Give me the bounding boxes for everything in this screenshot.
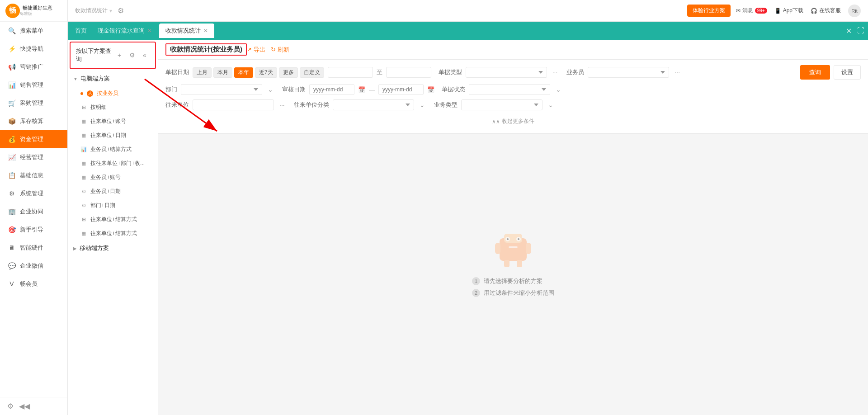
svg-rect-10 (517, 260, 522, 267)
date-to-input[interactable]: 2023-12-31 (386, 67, 431, 78)
sidebar-item-search[interactable]: 🔍 搜索菜单 (0, 22, 67, 40)
schema-item-supplier-account[interactable]: ▦ 往来单位+账号 (75, 114, 158, 128)
tab-cashflow[interactable]: 现金银行流水查询 ✕ (91, 24, 158, 38)
schema-item-supplier-settle2[interactable]: ▦ 往来单位+结算方式 (75, 226, 158, 241)
biz-type-select[interactable] (461, 99, 542, 110)
sidebar-item-finance[interactable]: 💰 资金管理 (0, 130, 67, 148)
sidebar-item-member[interactable]: V 畅会员 (0, 275, 67, 293)
basic-icon: 📋 (7, 171, 16, 180)
sidebar-label-wechat: 企业微信 (20, 262, 43, 270)
app-download-action[interactable]: 📱 App下载 (774, 7, 803, 14)
sidebar-item-system[interactable]: ⚙ 系统管理 (0, 184, 67, 203)
sidebar-item-operation[interactable]: 📈 经营管理 (0, 148, 67, 166)
filter-item-biz-type: 业务类型 ⌄ (434, 99, 555, 110)
schema-item-salesperson-settle[interactable]: 📊 业务员+结算方式 (75, 142, 158, 156)
counterpart-category-more-btn[interactable]: ⌄ (418, 101, 427, 108)
industry-solution-button[interactable]: 体验行业方案 (687, 5, 731, 17)
wechat-icon: 💬 (7, 261, 16, 270)
salesperson-more-btn[interactable]: ··· (673, 69, 682, 76)
tabbar: 首页 现金银行流水查询 ✕ 收款情况统计 ✕ ✕ ⛶ (68, 22, 868, 40)
sidebar-item-basic[interactable]: 📋 基础信息 (0, 166, 67, 184)
settings-footer-icon[interactable]: ⚙ (7, 402, 14, 410)
sidebar-item-sales[interactable]: 📊 销售管理 (0, 76, 67, 94)
tab-close-all-icon[interactable]: ✕ (846, 27, 852, 35)
sidebar-label-finance: 资金管理 (20, 135, 43, 143)
tab-receipts-close[interactable]: ✕ (203, 28, 208, 34)
query-button[interactable]: 查询 (800, 65, 830, 80)
dept-more-btn[interactable]: ⌄ (266, 86, 275, 93)
doc-type-select[interactable] (466, 67, 547, 78)
mobile-group-header[interactable]: ▶ 移动端方案 (68, 241, 158, 256)
counterpart-more-btn[interactable]: ··· (278, 101, 287, 108)
filter-item-salesperson: 业务员 ··· (566, 67, 682, 78)
filter-item-date: 单据日期 上月 本月 本年 近7天 更多 自定义 2023-01-01 至 20… (165, 67, 431, 78)
audit-date-from-input[interactable] (309, 84, 354, 95)
sidebar-item-wechat[interactable]: 💬 企业微信 (0, 257, 67, 275)
date-btn-this-year[interactable]: 本年 (234, 67, 253, 78)
schema-item-supplier-settle1[interactable]: ⊞ 往来单位+结算方式 (75, 212, 158, 226)
schema-item-supplier-date[interactable]: ▦ 往来单位+日期 (75, 128, 158, 142)
sidebar: 畅 畅捷通好生意 标准版 🔍 搜索菜单 ⚡ 快捷导航 📢 营销推广 📊 销售管理… (0, 0, 68, 415)
audit-date-to-icon[interactable]: 📅 (427, 86, 434, 93)
desktop-schema-items: 人 按业务员 ⊞ 按明细 ▦ 往来单位+账号 ▦ 往来单位+日期 (68, 86, 158, 241)
schema-item-by-detail[interactable]: ⊞ 按明细 (75, 100, 158, 114)
setting-button[interactable]: 设置 (834, 65, 861, 80)
date-btn-this-month[interactable]: 本月 (213, 67, 232, 78)
left-panel-collapse-button[interactable]: « (140, 50, 150, 60)
schema-item-salesperson-date[interactable]: ⊙ 业务员+日期 (75, 184, 158, 198)
tab-expand-icon[interactable]: ⛶ (857, 27, 864, 35)
biz-type-more-btn[interactable]: ⌄ (546, 101, 555, 108)
logo-text: 畅捷通好生意 (23, 5, 52, 11)
audit-date-icon[interactable]: 📅 (358, 86, 365, 93)
sidebar-item-guide[interactable]: 🎯 新手引导 (0, 221, 67, 239)
supplier-account-icon: ▦ (80, 118, 87, 125)
topbar-gear-icon[interactable]: ⚙ (118, 6, 124, 15)
sidebar-item-marketing[interactable]: 📢 营销推广 (0, 58, 67, 76)
audit-date-label: 审核日期 (282, 85, 306, 94)
sidebar-item-quicknav[interactable]: ⚡ 快捷导航 (0, 40, 67, 58)
filter-item-doc-type: 单据类型 ··· (439, 67, 560, 78)
date-btn-custom[interactable]: 自定义 (300, 67, 324, 78)
salesperson-select[interactable] (588, 67, 669, 78)
user-avatar-action[interactable]: Rit (848, 5, 861, 17)
schema-item-salesperson-account[interactable]: ▦ 业务员+账号 (75, 170, 158, 184)
date-btn-last-month[interactable]: 上月 (193, 67, 212, 78)
sidebar-item-purchase[interactable]: 🛒 采购管理 (0, 94, 67, 112)
supplier-settle2-icon: ▦ (80, 231, 87, 237)
left-panel-add-button[interactable]: + (114, 50, 124, 60)
date-btn-7days[interactable]: 近7天 (255, 67, 277, 78)
sidebar-item-hardware[interactable]: 🖥 智能硬件 (0, 239, 67, 257)
page-title: 收款情况统计(按业务员) (170, 45, 242, 53)
date-label: 单据日期 (165, 68, 189, 76)
refresh-button[interactable]: ↻ 刷新 (271, 46, 289, 54)
finance-icon: 💰 (7, 135, 16, 144)
doc-status-more-btn[interactable]: ⌄ (554, 86, 563, 93)
tab-home[interactable]: 首页 (71, 27, 90, 35)
dept-select[interactable] (181, 84, 262, 95)
doc-type-more-btn[interactable]: ··· (551, 69, 560, 76)
desktop-group-label: 电脑端方案 (80, 75, 110, 83)
schema-item-dept-date[interactable]: ⊙ 部门+日期 (75, 198, 158, 212)
date-btn-more[interactable]: 更多 (279, 67, 298, 78)
supplier-dept-collect-icon: ▦ (80, 160, 87, 167)
desktop-group-header[interactable]: ▼ 电脑端方案 (68, 71, 158, 86)
collapse-button[interactable]: ∧∧ 收起更多条件 (492, 118, 534, 125)
left-panel-settings-button[interactable]: ⚙ (127, 50, 137, 60)
online-service-action[interactable]: 🎧 在线客服 (811, 7, 841, 14)
tab-cashflow-close[interactable]: ✕ (147, 28, 152, 34)
schema-item-supplier-dept-collect[interactable]: ▦ 按往来单位+部门+收... (75, 156, 158, 170)
tab-receipts[interactable]: 收款情况统计 ✕ (159, 24, 214, 38)
collapse-footer-icon[interactable]: ◀◀ (19, 402, 30, 410)
message-action[interactable]: ✉ 消息 99+ (736, 7, 767, 14)
sidebar-item-corp[interactable]: 🏢 企业协同 (0, 203, 67, 221)
audit-date-to-input[interactable] (378, 84, 424, 95)
counterpart-input[interactable] (193, 99, 274, 110)
schema-item-by-salesperson[interactable]: 人 按业务员 (75, 86, 158, 100)
supplier-settle1-icon: ⊞ (80, 217, 87, 223)
inventory-icon: 📦 (7, 117, 16, 126)
doc-status-select[interactable] (469, 84, 550, 95)
export-button[interactable]: ↗ 导出 (247, 46, 265, 54)
sidebar-item-inventory[interactable]: 📦 库存核算 (0, 112, 67, 130)
date-from-input[interactable]: 2023-01-01 (328, 67, 373, 78)
counterpart-category-select[interactable] (333, 99, 414, 110)
